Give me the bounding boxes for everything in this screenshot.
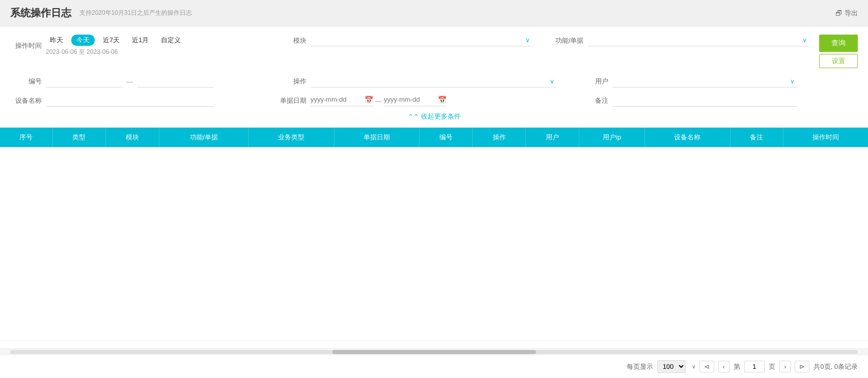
action-buttons: 查询 设置 (819, 35, 858, 68)
date-dash: — (375, 97, 382, 105)
serial-dash: — (126, 78, 133, 85)
serial-from-input[interactable] (46, 75, 122, 88)
scrollbar-thumb[interactable] (332, 350, 536, 354)
date-to-wrap: 📅 (384, 96, 446, 106)
export-icon: 🗗 (835, 9, 843, 17)
table-header: 序号 类型 模块 功能/单据 业务类型 单据日期 编号 操作 用户 用户ip 设… (0, 128, 868, 147)
col-type: 类型 (52, 128, 105, 147)
time-buttons: 昨天 今天 近7天 近1月 自定义 (46, 35, 185, 46)
function-chevron-icon: ∨ (802, 37, 807, 44)
total-info: 共0页, 0条记录 (814, 362, 858, 371)
time-btn-today[interactable]: 今天 (71, 35, 95, 46)
col-op-time: 操作时间 (783, 128, 868, 147)
page-subtitle: 支持2020年10月31日之后产生的操作日志 (79, 9, 192, 17)
per-page-select[interactable]: 100 50 20 (657, 360, 686, 373)
module-select[interactable]: ∨ (311, 35, 532, 46)
device-input[interactable] (46, 95, 214, 107)
per-page-chevron-icon: ∨ (692, 364, 695, 369)
date-from-input[interactable] (311, 96, 361, 103)
serial-filter: 编号 — (10, 75, 255, 88)
calendar-from-icon[interactable]: 📅 (365, 96, 373, 104)
time-btn-custom[interactable]: 自定义 (157, 35, 185, 46)
page-title: 系统操作日志 (10, 6, 71, 20)
collapse-icon: ⌃⌃ (408, 113, 419, 121)
time-btn-1month[interactable]: 近1月 (128, 35, 153, 46)
filter-area: 操作时间 昨天 今天 近7天 近1月 自定义 2023-06-06 至 2023… (0, 26, 868, 128)
col-serial-no: 编号 (419, 128, 472, 147)
page-header: 系统操作日志 支持2020年10月31日之后产生的操作日志 🗗 导出 (0, 0, 868, 26)
page-suffix-label: 页 (769, 362, 775, 371)
operation-label: 操作 (275, 77, 311, 86)
serial-to-input[interactable] (137, 75, 213, 88)
empty-data (0, 147, 868, 340)
col-function: 功能/单据 (159, 128, 248, 147)
col-voucher-date: 单据日期 (334, 128, 419, 147)
device-filter: 设备名称 (10, 95, 255, 107)
voucher-date-label: 单据日期 (275, 96, 311, 105)
user-select[interactable]: ∨ (612, 76, 797, 88)
time-btn-7days[interactable]: 近7天 (99, 35, 124, 46)
date-from-wrap: 📅 (311, 96, 373, 106)
first-page-button[interactable]: ⊲ (699, 361, 714, 372)
calendar-to-icon[interactable]: 📅 (438, 96, 446, 104)
time-options-group: 昨天 今天 近7天 近1月 自定义 2023-06-06 至 2023-06-0… (46, 35, 185, 56)
prev-page-button[interactable]: ‹ (718, 361, 730, 372)
scrollbar-area[interactable] (0, 348, 868, 355)
date-to-input[interactable] (384, 96, 435, 103)
col-module: 模块 (106, 128, 159, 147)
operation-time-label: 操作时间 (10, 41, 46, 50)
module-filter: 模块 ∨ (275, 35, 532, 46)
user-chevron-icon: ∨ (790, 78, 795, 85)
col-remark: 备注 (730, 128, 783, 147)
operation-time-filter: 操作时间 昨天 今天 近7天 近1月 自定义 2023-06-06 至 2023… (10, 35, 255, 56)
collapse-row: ⌃⌃ 收起更多条件 (10, 109, 858, 122)
device-label: 设备名称 (10, 96, 46, 105)
remark-filter: 备注 (577, 95, 858, 107)
operation-chevron-icon: ∨ (550, 78, 554, 85)
voucher-date-filter: 单据日期 📅 — 📅 (275, 96, 556, 106)
filter-row-3: 设备名称 单据日期 📅 — 📅 备注 (10, 95, 858, 107)
per-page-label: 每页显示 (627, 362, 653, 371)
pagination: 每页显示 100 50 20 ∨ ⊲ ‹ 第 页 › ⊳ 共0页, 0条记录 (0, 355, 868, 378)
filter-row-2: 编号 — 操作 ∨ 用户 ∨ (10, 75, 858, 88)
col-serial: 序号 (0, 128, 52, 147)
serial-label: 编号 (10, 77, 46, 86)
query-button[interactable]: 查询 (819, 35, 858, 52)
collapse-button[interactable]: ⌃⌃ 收起更多条件 (408, 112, 461, 121)
table-body (0, 147, 868, 340)
time-range-display: 2023-06-06 至 2023-06-06 (46, 48, 185, 56)
col-operation: 操作 (472, 128, 525, 147)
export-button[interactable]: 🗗 导出 (835, 9, 858, 18)
empty-row (0, 147, 868, 340)
remark-input[interactable] (612, 95, 797, 107)
function-label: 功能/单据 (552, 36, 588, 45)
data-table: 序号 类型 模块 功能/单据 业务类型 单据日期 编号 操作 用户 用户ip 设… (0, 128, 868, 341)
function-select[interactable]: ∨ (588, 35, 809, 46)
module-chevron-icon: ∨ (525, 37, 530, 44)
page-number-input[interactable] (744, 361, 765, 372)
time-btn-yesterday[interactable]: 昨天 (46, 35, 67, 46)
table-header-row: 序号 类型 模块 功能/单据 业务类型 单据日期 编号 操作 用户 用户ip 设… (0, 128, 868, 147)
remark-label: 备注 (577, 96, 612, 105)
col-user: 用户 (526, 128, 579, 147)
filter-row-1: 操作时间 昨天 今天 近7天 近1月 自定义 2023-06-06 至 2023… (10, 35, 858, 68)
table-wrapper: 序号 类型 模块 功能/单据 业务类型 单据日期 编号 操作 用户 用户ip 设… (0, 128, 868, 348)
last-page-button[interactable]: ⊳ (795, 361, 809, 372)
operation-select[interactable]: ∨ (311, 76, 556, 88)
scrollbar-track (10, 350, 858, 354)
operation-filter: 操作 ∨ (275, 76, 556, 88)
module-label: 模块 (275, 36, 311, 45)
user-label: 用户 (577, 77, 612, 86)
col-user-ip: 用户ip (579, 128, 645, 147)
page-prefix-label: 第 (734, 362, 740, 371)
col-device: 设备名称 (645, 128, 730, 147)
function-filter: 功能/单据 ∨ (552, 35, 809, 46)
next-page-button[interactable]: › (779, 361, 791, 372)
user-filter: 用户 ∨ (577, 76, 858, 88)
collapse-label: 收起更多条件 (421, 112, 461, 121)
col-biz-type: 业务类型 (249, 128, 334, 147)
settings-button[interactable]: 设置 (819, 54, 858, 68)
